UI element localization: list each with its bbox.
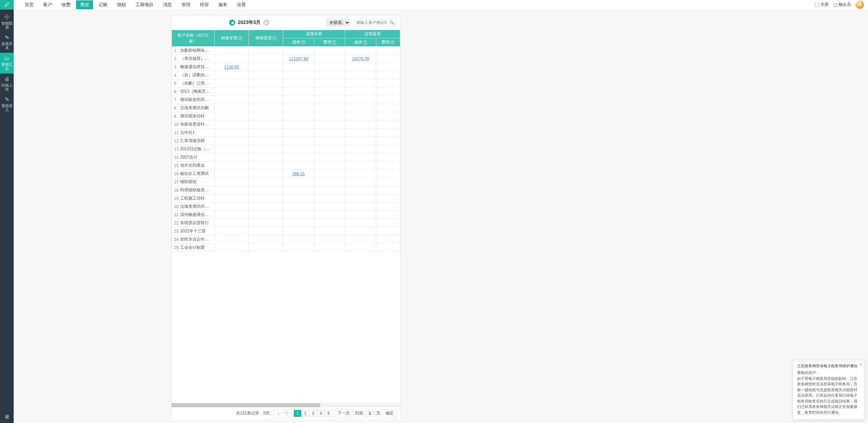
topnav-item[interactable]: 记账 xyxy=(95,0,112,9)
topnav-item[interactable]: 经营 xyxy=(196,0,213,9)
brand-logo[interactable] xyxy=(0,0,14,10)
avatar[interactable] xyxy=(856,1,864,9)
topbar-right: ⛶ 全屏 ▢ 畅会员 xyxy=(815,1,868,9)
fullscreen-label: 全屏 xyxy=(820,2,829,8)
topnav-item[interactable]: 收费 xyxy=(58,0,75,9)
topnav-item[interactable]: 服务 xyxy=(214,0,231,9)
topnav-item[interactable]: 票据 xyxy=(76,0,93,9)
top-nav: 首页客户收费票据记账报税工商项目消息管理经营服务设置 xyxy=(14,0,250,9)
topnav-item[interactable]: 客户 xyxy=(39,0,56,9)
member-button[interactable]: ▢ 畅会员 xyxy=(833,2,851,8)
play-icon: ▢ xyxy=(833,2,837,7)
feather-icon xyxy=(4,2,10,8)
fullscreen-icon: ⛶ xyxy=(815,2,819,7)
topnav-item[interactable]: 管理 xyxy=(177,0,194,9)
topnav-item[interactable]: 报税 xyxy=(113,0,130,9)
member-label: 畅会员 xyxy=(839,2,851,8)
fullscreen-button[interactable]: ⛶ 全屏 xyxy=(815,2,829,8)
topnav-item[interactable]: 设置 xyxy=(233,0,250,9)
topnav-item[interactable]: 消息 xyxy=(159,0,176,9)
topnav-item[interactable]: 首页 xyxy=(21,0,38,9)
topnav-item[interactable]: 工商项目 xyxy=(131,0,158,9)
topbar: 首页客户收费票据记账报税工商项目消息管理经营服务设置 ⛶ 全屏 ▢ 畅会员 xyxy=(0,0,868,10)
